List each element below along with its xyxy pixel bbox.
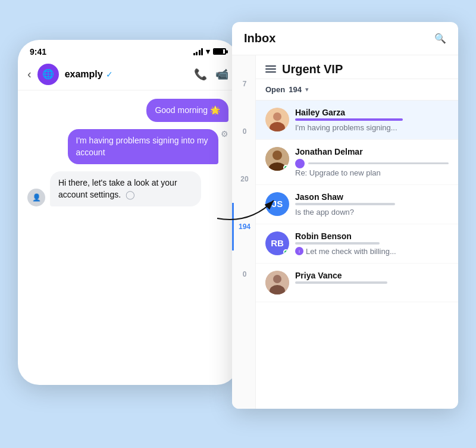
read-indicator: ⚙ — [221, 129, 228, 164]
conv-content-priya: Priya Vance — [295, 271, 449, 295]
conv-preview-jason: Is the app down? — [295, 208, 449, 217]
count-194: 194 — [232, 203, 255, 250]
inbox-header: Inbox 🔍 — [232, 22, 458, 55]
filter-bar: Open 194 ▾ — [256, 79, 458, 101]
message-text-2: I'm having problems signing into my acco… — [76, 136, 208, 157]
wifi-icon: ▾ — [206, 47, 210, 56]
conv-bar-priya — [295, 281, 387, 284]
conv-name-jonathan: Jonathan Delmar — [295, 147, 449, 156]
small-icon-robin: i — [295, 247, 303, 255]
conv-content-jonathan: Jonathan Delmar Re: Upgrade to new plan — [295, 147, 449, 177]
agent-avatar-icon: 👤 — [32, 193, 41, 202]
conv-preview-hailey: I'm having problems signing... — [295, 123, 449, 132]
chat-area: Good morning 🌟 I'm having problems signi… — [18, 90, 238, 215]
counts-column: 7 0 20 194 0 — [232, 55, 256, 409]
conv-item-hailey[interactable]: Hailey Garza I'm having problems signing… — [256, 101, 458, 140]
small-bar-jonathan — [308, 162, 449, 164]
status-time: 9:41 — [30, 47, 46, 57]
status-bar: 9:41 ▾ — [18, 40, 238, 59]
message-bubble-out-2: I'm having problems signing into my acco… — [68, 129, 219, 164]
preview-text-robin: Let me check with billing... — [306, 247, 396, 256]
battery-icon — [213, 48, 226, 55]
urgent-vip-title: Urgent VIP — [282, 62, 343, 76]
conv-avatar-jonathan — [265, 147, 289, 171]
message-row-3: 👤 Hi there, let's take a look at your ac… — [27, 171, 228, 206]
contact-name-area: examply ✓ — [65, 69, 188, 80]
conv-name-hailey: Hailey Garza — [295, 108, 449, 117]
hamburger-icon[interactable] — [265, 65, 276, 73]
inbox-panel: Inbox 🔍 7 0 20 194 0 Urgent VIP — [232, 22, 458, 409]
count-0a: 0 — [232, 108, 255, 155]
svg-point-9 — [273, 275, 281, 283]
message-bubble-out-1: Good morning 🌟 — [146, 99, 228, 123]
conv-name-jason: Jason Shaw — [295, 192, 449, 202]
conv-bar-jason — [295, 203, 395, 205]
status-icons: ▾ — [193, 47, 227, 56]
conv-item-jonathan[interactable]: Jonathan Delmar Re: Upgrade to new plan — [256, 140, 458, 185]
count-0b: 0 — [232, 250, 255, 298]
conv-content-hailey: Hailey Garza I'm having problems signing… — [295, 108, 449, 132]
scene: 9:41 ▾ ‹ 🌐 examply ✓ 📞 — [18, 22, 458, 427]
message-text-1: Good morning 🌟 — [155, 105, 220, 115]
message-row-1: Good morning 🌟 — [27, 99, 228, 123]
count-7: 7 — [232, 60, 255, 108]
conv-item-robin[interactable]: RB Robin Benson i Let me check with bill… — [256, 224, 458, 264]
read-check: ◯ — [126, 190, 135, 199]
urgent-vip-header: Urgent VIP — [256, 55, 458, 79]
conv-bar-robin — [295, 242, 380, 245]
conv-avatar-robin: RB — [265, 231, 289, 255]
inbox-title: Inbox — [244, 32, 275, 45]
conv-preview-robin: i Let me check with billing... — [295, 247, 449, 256]
small-avatar-jonathan — [295, 159, 305, 168]
conv-meta-jonathan — [295, 159, 449, 168]
conv-content-jason: Jason Shaw Is the app down? — [295, 192, 449, 217]
conv-item-jason[interactable]: JS Jason Shaw Is the app down? — [256, 185, 458, 224]
signal-bars-icon — [193, 48, 203, 55]
message-text-3: Hi there, let's take a look at your acco… — [58, 178, 177, 199]
contact-name: examply — [65, 69, 103, 80]
conv-item-priya[interactable]: Priya Vance — [256, 264, 458, 302]
filter-open-count: 194 — [289, 85, 302, 94]
conv-name-priya: Priya Vance — [295, 271, 449, 280]
video-call-icon[interactable]: 📹 — [215, 68, 228, 81]
conv-content-robin: Robin Benson i Let me check with billing… — [295, 231, 449, 256]
agent-avatar: 👤 — [27, 189, 45, 206]
contact-avatar-icon: 🌐 — [42, 68, 54, 80]
online-indicator-jonathan — [283, 165, 289, 170]
conv-bar-hailey — [295, 118, 403, 121]
conv-avatar-priya — [265, 271, 289, 295]
conv-preview-jonathan: Re: Upgrade to new plan — [295, 168, 449, 177]
inbox-body: 7 0 20 194 0 Urgent VIP Open 194 — [232, 55, 458, 409]
contact-avatar: 🌐 — [37, 64, 59, 85]
phone-call-icon[interactable]: 📞 — [194, 68, 207, 81]
svg-point-4 — [273, 151, 282, 160]
conv-avatar-jason: JS — [265, 192, 289, 216]
message-row-2: I'm having problems signing into my acco… — [27, 129, 228, 164]
filter-dropdown-icon[interactable]: ▾ — [305, 86, 309, 93]
search-icon[interactable]: 🔍 — [434, 33, 446, 44]
chat-header: ‹ 🌐 examply ✓ 📞 📹 — [18, 59, 238, 90]
svg-point-1 — [273, 112, 281, 121]
conv-avatar-hailey — [265, 108, 289, 131]
filter-open-label: Open — [265, 85, 285, 94]
phone-mockup: 9:41 ▾ ‹ 🌐 examply ✓ 📞 — [18, 40, 238, 385]
header-actions: 📞 📹 — [194, 68, 228, 81]
conversation-list: Urgent VIP Open 194 ▾ — [256, 55, 458, 409]
count-20: 20 — [232, 155, 255, 203]
online-indicator-robin — [283, 249, 289, 255]
message-bubble-in-1: Hi there, let's take a look at your acco… — [50, 171, 201, 206]
conv-name-robin: Robin Benson — [295, 231, 449, 241]
back-button[interactable]: ‹ — [27, 67, 32, 81]
verified-badge-icon: ✓ — [106, 70, 113, 79]
